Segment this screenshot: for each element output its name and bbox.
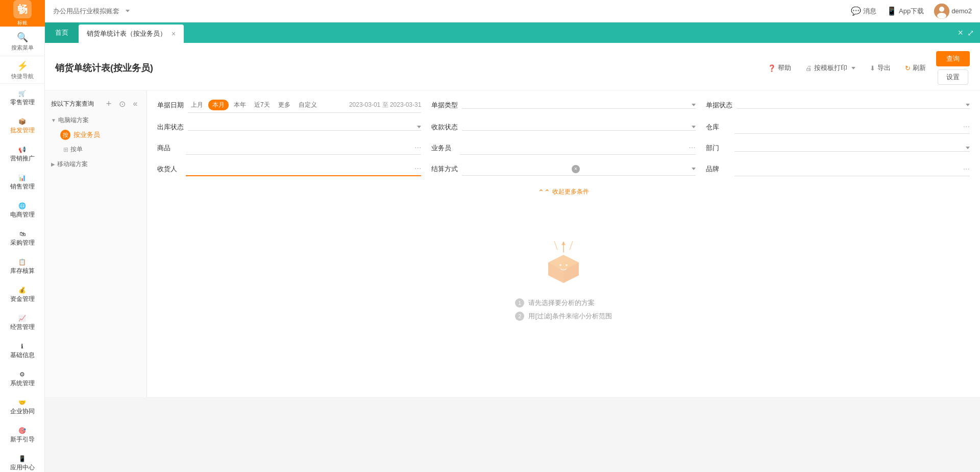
filter-doc-type: 单据类型 [431, 101, 695, 110]
sidebar-item-system[interactable]: ⚙ 系统管理 [0, 365, 45, 393]
filter-sidebar: 按以下方案查询 + ⊙ « ▼ 电脑端方案 按 [45, 90, 147, 397]
receiver-label: 收货人 [157, 164, 182, 174]
settlement-control[interactable]: × [462, 163, 695, 176]
tab-home[interactable]: 首页 [45, 22, 79, 43]
filter-goods: 商品 ··· [157, 141, 421, 155]
empty-state: 1 请先选择要分析的方案 2 用[过滤]条件来缩小分析范围 [157, 196, 970, 362]
sidebar-item-retail[interactable]: 🛒 零售管理 [0, 84, 45, 112]
tab-sales-report[interactable]: 销货单统计表（按业务员） × [79, 25, 184, 43]
sidebar-item-inventory[interactable]: 📋 库存核算 [0, 252, 45, 280]
filter-pay-status: 收款状态 [431, 123, 695, 132]
sidebar-item-wholesale[interactable]: 📦 批发管理 [0, 112, 45, 140]
empty-tips: 1 请先选择要分析的方案 2 用[过滤]条件来缩小分析范围 [515, 298, 611, 321]
brand-more-icon[interactable]: ··· [963, 164, 970, 174]
add-scheme-button[interactable]: + [104, 99, 114, 109]
brand-label: 品牌 [706, 164, 730, 174]
tab-actions: × ⤢ [955, 28, 980, 38]
help-icon: ❓ [768, 64, 776, 72]
avatar-image [934, 4, 949, 19]
filter-date: 单据日期 上月 本月 本年 近7天 更多 自定义 20 [157, 98, 421, 113]
date-value: 2023-03-01 至 2023-03-31 [349, 101, 421, 109]
scheme-item-by-salesperson[interactable]: 按 按业务员 [45, 127, 146, 143]
type-dropdown-icon [692, 104, 696, 106]
report-header: 销货单统计表(按业务员) ❓ 帮助 🖨 按模板打印 ⬇ 导出 [45, 43, 980, 90]
sidebar-item-finance[interactable]: 💰 资金管理 [0, 280, 45, 309]
brand-control[interactable]: ··· [734, 162, 970, 176]
date-tab-custom[interactable]: 自定义 [296, 100, 320, 110]
collapse-button[interactable]: ⌃⌃ 收起更多条件 [157, 183, 970, 196]
sidebar-item-basicinfo[interactable]: ℹ 基础信息 [0, 337, 45, 365]
date-tab-more[interactable]: 更多 [275, 100, 293, 110]
print-icon: 🖨 [805, 64, 812, 72]
mobile-scheme-header[interactable]: ▶ 移动端方案 [45, 158, 146, 171]
status-control[interactable] [737, 102, 970, 109]
svg-marker-8 [561, 241, 566, 245]
sidebar-item-sales[interactable]: 📊 销售管理 [0, 168, 45, 196]
settlement-clear-icon[interactable]: × [572, 165, 580, 173]
date-tab-thismonth[interactable]: 本月 [208, 100, 229, 110]
user-avatar[interactable]: demo2 [934, 4, 972, 19]
app-download-button[interactable]: 📱 App下载 [887, 6, 924, 16]
setting-button[interactable]: 设置 [938, 69, 968, 85]
refresh-icon: ↻ [905, 64, 911, 72]
scheme-sub-item[interactable]: ⊞ 按单 [45, 143, 146, 156]
settings-scheme-button[interactable]: ⊙ [117, 99, 127, 109]
export-button[interactable]: ⬇ 导出 [866, 61, 895, 75]
refresh-button[interactable]: ↻ 刷新 [901, 61, 930, 75]
out-dropdown-icon [417, 126, 421, 128]
report-page: 销货单统计表(按业务员) ❓ 帮助 🖨 按模板打印 ⬇ 导出 [45, 43, 980, 397]
sidebar-item-ecommerce[interactable]: 🌐 电商管理 [0, 196, 45, 224]
query-button[interactable]: 查询 [936, 51, 970, 66]
print-button[interactable]: 🖨 按模板打印 [801, 61, 860, 75]
warehouse-label: 仓库 [706, 123, 730, 132]
app-logo[interactable]: 畅 标账 [0, 0, 45, 27]
receiver-more-icon[interactable]: ··· [414, 164, 421, 173]
department-dropdown-icon [966, 147, 970, 149]
out-control[interactable] [188, 124, 421, 131]
filter-sidebar-title-text: 按以下方案查询 [51, 100, 94, 108]
goods-label: 商品 [157, 144, 182, 153]
help-button[interactable]: ❓ 帮助 [764, 61, 795, 75]
warehouse-control[interactable]: ··· [734, 120, 970, 134]
receiver-control[interactable]: ··· [186, 162, 421, 176]
salesperson-more-icon[interactable]: ··· [689, 143, 695, 152]
type-control[interactable] [462, 102, 695, 109]
tab-close-icon[interactable]: × [172, 30, 176, 38]
settlement-dropdown-icon [692, 168, 696, 170]
goods-control[interactable]: ··· [186, 141, 421, 155]
message-button[interactable]: 💬 消息 [851, 6, 876, 16]
date-control[interactable]: 上月 本月 本年 近7天 更多 自定义 2023-03-01 至 2023-03… [188, 98, 421, 113]
breadcrumb-dropdown-icon[interactable] [126, 10, 130, 12]
date-tab-lastmonth[interactable]: 上月 [188, 100, 206, 110]
department-control[interactable] [734, 145, 970, 152]
report-actions: ❓ 帮助 🖨 按模板打印 ⬇ 导出 ↻ 刷新 [764, 51, 970, 85]
date-tab-thisyear[interactable]: 本年 [231, 100, 249, 110]
filter-department: 部门 [706, 144, 970, 153]
desktop-group-label: 电脑端方案 [58, 116, 89, 125]
salesperson-control[interactable]: ··· [460, 141, 695, 155]
sidebar-item-search[interactable]: 🔍 搜索菜单 [0, 27, 45, 56]
goods-more-icon[interactable]: ··· [414, 143, 421, 152]
window-maximize-icon[interactable]: ⤢ [967, 28, 974, 38]
status-dropdown-icon [966, 104, 970, 106]
warehouse-more-icon[interactable]: ··· [963, 122, 970, 131]
sidebar-item-management[interactable]: 📈 经营管理 [0, 309, 45, 337]
filter-receiver: 收货人 ··· [157, 162, 421, 176]
department-label: 部门 [706, 144, 730, 153]
sidebar-item-newbie[interactable]: 🎯 新手引导 [0, 421, 45, 449]
sidebar-item-quicknav[interactable]: ⚡ 快捷导航 [0, 56, 45, 84]
pay-control[interactable] [462, 124, 695, 131]
desktop-scheme-header[interactable]: ▼ 电脑端方案 [45, 114, 146, 127]
settlement-label: 结算方式 [431, 164, 458, 174]
date-tabs: 上月 本月 本年 近7天 更多 自定义 [188, 100, 320, 110]
collapse-sidebar-button[interactable]: « [130, 99, 140, 109]
sidebar-item-marketing[interactable]: 📢 营销推广 [0, 140, 45, 168]
sidebar-item-appcenter[interactable]: 📱 应用中心 [0, 449, 45, 472]
sidebar-item-purchase[interactable]: 🛍 采购管理 [0, 224, 45, 252]
window-close-icon[interactable]: × [958, 28, 963, 38]
page-title: 销货单统计表(按业务员) [55, 62, 153, 74]
export-icon: ⬇ [870, 64, 875, 72]
svg-point-2 [937, 13, 946, 19]
date-tab-7days[interactable]: 近7天 [251, 100, 273, 110]
sidebar-item-collab[interactable]: 🤝 企业协同 [0, 393, 45, 421]
